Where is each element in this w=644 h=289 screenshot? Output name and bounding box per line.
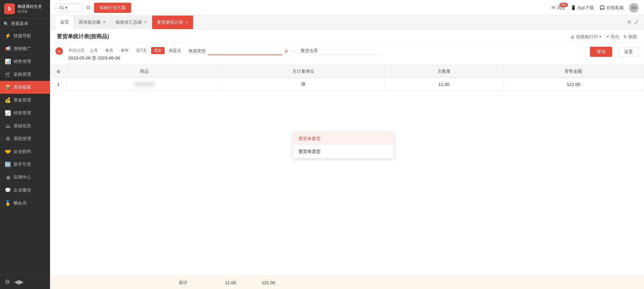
expand-tabs-icon[interactable]: ⤢ (634, 19, 639, 25)
message-badge: 99+ (559, 3, 568, 7)
type-filter-more-icon[interactable]: ··· (292, 48, 296, 54)
sidebar-item-appstore[interactable]: 🖥 应用中心 (0, 171, 50, 184)
content: 要货单统计表(按商品) 🖨 按模板打印 ▾ ↗ 导出 ↻ 刷新 (50, 29, 644, 289)
export-icon: ↗ (605, 34, 609, 39)
print-icon: 🖨 (570, 34, 575, 39)
date-range-display: 2023-05-06 至 2023-06-06 (68, 55, 184, 61)
date-filter-group: 单据日期 上月 本月 本年 近7天 更多 自定义 2023-05-06 至 20… (68, 47, 184, 61)
sidebar-item-finance[interactable]: 💰 资金管理 (0, 94, 50, 107)
main: 41 ▾ ⚙ 体验行业方案 ✉ 消息 99+ 📱 App下载 🎧 在线客服 Ri… (50, 0, 644, 289)
date-btn-custom[interactable]: 自定义 (166, 47, 184, 54)
topbar-right: ✉ 消息 99+ 📱 App下载 🎧 在线客服 Rit (551, 3, 639, 13)
tab-home[interactable]: 首页 (55, 16, 74, 29)
settings-button[interactable]: 设置 (618, 47, 639, 57)
col-settings[interactable]: ⚙ (50, 65, 67, 78)
type-filter-label: 单据类型 (188, 48, 206, 54)
marketing-icon: 📢 (5, 46, 11, 52)
sidebar-item-system[interactable]: ⚙ 系统管理 (0, 132, 50, 145)
type-filter-input[interactable] (208, 47, 283, 55)
date-buttons: 上月 本月 本年 近7天 更多 自定义 (87, 47, 184, 54)
sidebar-nav: ⚡ 快捷导航 📢 营销推广 📊 销售管理 🛒 采购管理 📦 库存核算 💰 资金管… (0, 29, 50, 274)
close-inout-tab[interactable]: ✕ (144, 20, 147, 24)
enterprise-icon: 🤝 (5, 149, 11, 155)
close-order-stats-tab[interactable]: ✕ (185, 20, 188, 24)
type-filter-group: 单据类型 ∧ ··· (188, 47, 296, 55)
refresh-button[interactable]: ↻ 刷新 (623, 34, 637, 40)
messages-button[interactable]: ✉ 消息 99+ (551, 5, 565, 11)
sidebar-item-sales[interactable]: 📊 销售管理 (0, 55, 50, 68)
purchase-icon: 🛒 (5, 71, 11, 77)
sidebar-item-wechat[interactable]: 💬 企业微信 (0, 184, 50, 197)
search-icon: 🔍 (3, 21, 9, 26)
sidebar-item-operations[interactable]: 📈 经营管理 (0, 107, 50, 119)
topbar-left: 41 ▾ ⚙ 体验行业方案 (55, 3, 131, 13)
row-goods (67, 78, 221, 91)
type-dropdown-popup: 要货单要货 要货单退货 (293, 132, 394, 158)
tabs-bar: 首页 库存批次账 ✕ 收发存汇总表 ✕ 要货单统计表 ✕ ✕ ⤢ (50, 16, 644, 29)
member-icon: 🏅 (5, 200, 11, 206)
tab-inout[interactable]: 收发存汇总表 ✕ (111, 16, 152, 29)
industry-button[interactable]: 体验行业方案 (94, 3, 131, 13)
logo-text: 畅捷通好生意 标准版 (18, 4, 42, 14)
filter-row: 单据日期 上月 本月 本年 近7天 更多 自定义 2023-05-06 至 20… (68, 47, 639, 61)
online-service-button[interactable]: 🎧 在线客服 (599, 5, 624, 11)
dropdown-item-order-goods[interactable]: 要货单要货 (293, 132, 394, 145)
page-actions: 🖨 按模板打印 ▾ ↗ 导出 ↻ 刷新 (570, 34, 637, 40)
logo-icon: b (4, 3, 15, 14)
sidebar-item-basic-info[interactable]: 🗂 基础信息 (0, 119, 50, 132)
col-goods: 商品 (67, 65, 221, 78)
warehouse-filter-group: 要货仓库 (301, 47, 381, 55)
sidebar-search[interactable]: 🔍 搜索菜单 (0, 18, 50, 29)
sales-icon: 📊 (5, 59, 11, 65)
tab-order-stats[interactable]: 要货单统计表 ✕ (152, 16, 193, 29)
date-btn-this-year[interactable]: 本年 (118, 47, 132, 54)
wechat-icon: 💬 (5, 187, 11, 193)
filter-expand-button[interactable]: » (55, 47, 63, 55)
print-button[interactable]: 🖨 按模板打印 ▾ (570, 34, 601, 40)
app-download-button[interactable]: 📱 App下载 (571, 5, 594, 11)
avatar[interactable]: Rit (629, 3, 639, 13)
close-all-tabs-icon[interactable]: ✕ (627, 19, 631, 25)
page-header: 要货单统计表(按商品) 🖨 按模板打印 ▾ ↗ 导出 ↻ 刷新 (50, 29, 644, 43)
date-btn-more[interactable]: 更多 (151, 47, 165, 54)
sidebar-item-purchase[interactable]: 🛒 采购管理 (0, 68, 50, 81)
col-unit: 主计量单位 (221, 65, 385, 78)
sidebar-item-quick-nav[interactable]: ⚡ 快捷导航 (0, 29, 50, 42)
table-settings-icon[interactable]: ⚙ (56, 69, 61, 74)
export-button[interactable]: ↗ 导出 (605, 34, 619, 40)
sidebar-item-member[interactable]: 🏅 畅会员 (0, 197, 50, 209)
sidebar-item-guide[interactable]: 🆕 新手引导 (0, 158, 50, 171)
sidebar-item-inventory[interactable]: 📦 库存核算 (0, 81, 50, 94)
guide-icon: 🆕 (5, 161, 11, 168)
type-filter-collapse-icon[interactable]: ∧ (284, 48, 288, 54)
print-chevron-icon: ▾ (599, 35, 601, 39)
sidebar-settings-icon[interactable]: ⚙ (5, 278, 10, 286)
tab-selector[interactable]: 41 ▾ (55, 3, 82, 12)
date-btn-7days[interactable]: 近7天 (133, 47, 150, 54)
appstore-icon: 🖥 (5, 175, 11, 180)
goods-blurred (134, 82, 154, 87)
page-title: 要货单统计表(按商品) (57, 33, 109, 40)
service-icon: 🎧 (599, 5, 605, 10)
tab-batch[interactable]: 库存批次账 ✕ (74, 16, 111, 29)
close-batch-tab[interactable]: ✕ (103, 20, 106, 24)
date-btn-last-month[interactable]: 上月 (87, 47, 101, 54)
total-amount: 121.00 (255, 280, 282, 285)
query-button[interactable]: 查询 (590, 47, 612, 57)
sidebar-item-marketing[interactable]: 📢 营销推广 (0, 42, 50, 55)
dropdown-item-order-return[interactable]: 要货单退货 (293, 145, 394, 158)
date-btn-this-month[interactable]: 本月 (102, 47, 116, 54)
quick-nav-icon: ⚡ (5, 33, 11, 39)
sidebar-item-enterprise[interactable]: 🤝 企业协同 (0, 145, 50, 158)
topbar-gear-icon[interactable]: ⚙ (86, 4, 91, 11)
sidebar-collapse-icon[interactable]: ◀▶ (14, 278, 24, 286)
total-row: 合计 11.00 121.00 (50, 276, 644, 289)
warehouse-filter-input[interactable] (320, 47, 381, 55)
row-unit: 块 (221, 78, 385, 91)
sidebar: b 畅捷通好生意 标准版 🔍 搜索菜单 ⚡ 快捷导航 📢 营销推广 📊 销售管理… (0, 0, 50, 289)
row-amount: 121.00 (503, 78, 644, 91)
table-row: 1 块 11.00 121.00 (50, 78, 644, 91)
expand-icon: » (58, 48, 61, 54)
tabs-actions: ✕ ⤢ (627, 19, 639, 25)
row-no: 1 (50, 78, 67, 91)
